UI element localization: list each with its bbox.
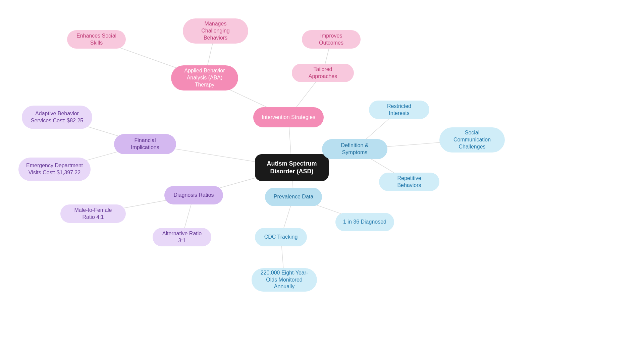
aba-therapy[interactable]: Applied Behavior Analysis (ABA) Therapy <box>171 65 238 90</box>
alternative-ratio[interactable]: Alternative Ratio 3:1 <box>153 228 211 246</box>
social-communication[interactable]: Social Communication Challenges <box>439 127 505 153</box>
male-female-ratio[interactable]: Male-to-Female Ratio 4:1 <box>60 204 126 223</box>
cdc-tracking[interactable]: CDC Tracking <box>255 228 307 246</box>
emergency-visits[interactable]: Emergency Department Visits Cost: $1,397… <box>18 158 91 181</box>
tailored-approaches[interactable]: Tailored Approaches <box>292 64 354 82</box>
connections-svg <box>0 0 644 363</box>
prevalence-data[interactable]: Prevalence Data <box>265 188 322 206</box>
enhances-social[interactable]: Enhances Social Skills <box>67 30 126 49</box>
intervention-strategies[interactable]: Intervention Strategies <box>253 107 324 127</box>
repetitive-behaviors[interactable]: Repetitive Behaviors <box>379 173 439 191</box>
improves-outcomes[interactable]: Improves Outcomes <box>302 30 361 49</box>
220000-monitored[interactable]: 220,000 Eight-Year-Olds Monitored Annual… <box>252 268 317 292</box>
center-node[interactable]: Autism Spectrum Disorder (ASD) <box>255 154 329 181</box>
restricted-interests[interactable]: Restricted Interests <box>369 101 429 119</box>
manages-challenging[interactable]: Manages Challenging Behaviors <box>183 18 248 44</box>
diagnosis-ratios[interactable]: Diagnosis Ratios <box>164 186 223 204</box>
one-in-36[interactable]: 1 in 36 Diagnosed <box>335 213 394 231</box>
adaptive-behavior[interactable]: Adaptive Behavior Services Cost: $82.25 <box>22 106 92 129</box>
definition-symptoms[interactable]: Definition & Symptoms <box>322 139 387 159</box>
mindmap-container: Autism Spectrum Disorder (ASD)Interventi… <box>0 0 644 363</box>
financial-implications[interactable]: Financial Implications <box>114 134 176 154</box>
